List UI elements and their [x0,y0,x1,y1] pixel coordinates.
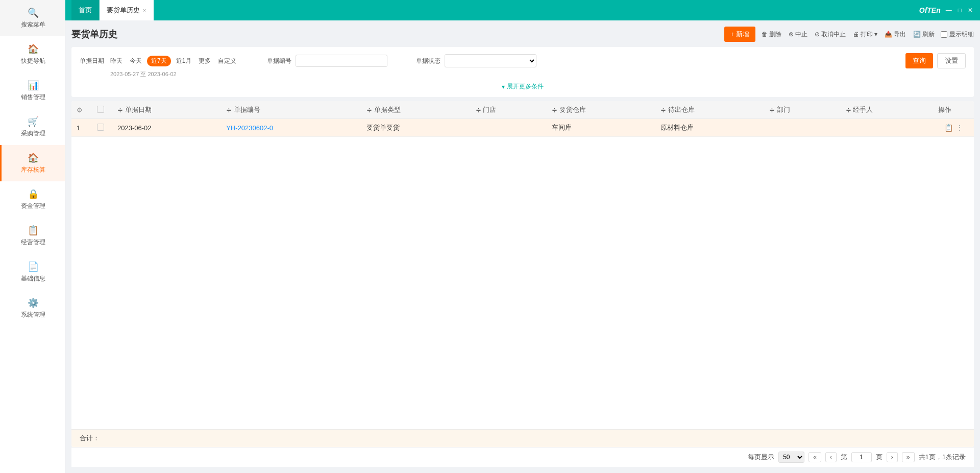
export-icon: 📤 [885,31,892,38]
row-view-icon[interactable]: 📋 [944,124,953,132]
sidebar-item-label: 销售管理 [21,93,45,102]
window-maximize-button[interactable]: □ [957,5,963,16]
select-all-checkbox[interactable] [97,106,104,113]
status-label: 单据状态 [416,57,440,65]
row-index: 1 [71,119,92,137]
new-button[interactable]: + 新增 [724,27,755,42]
prev-page-button[interactable]: ‹ [825,452,837,462]
delete-icon: 🗑 [762,31,768,38]
export-button[interactable]: 📤 导出 [884,28,907,41]
col-dept-label: ≑ 部门 [769,106,790,113]
sales-icon: 📊 [28,80,39,91]
sidebar-item-search-menu[interactable]: 🔍 搜索菜单 [0,0,65,36]
show-detail-toggle[interactable]: 显示明细 [941,30,974,39]
page-header: 要货单历史 + 新增 🗑 删除 ⊗ 中止 ⊘ 取消中止 🖨 打印 [71,27,974,42]
toolbar: + 新增 🗑 删除 ⊗ 中止 ⊘ 取消中止 🖨 打印 ▾ [724,27,974,42]
col-check [92,101,112,119]
col-action: 操作 [933,101,974,119]
purchase-icon: 🛒 [28,116,39,127]
col-handler[interactable]: ≑ 经手人 [841,101,933,119]
query-button[interactable]: 查询 [905,53,933,68]
finance-icon: 🔒 [28,188,39,200]
shortcut-1month[interactable]: 近1月 [174,56,194,66]
refresh-icon: 🔄 [913,31,921,38]
col-bill-type[interactable]: ≑ 单据类型 [361,101,470,119]
summary-row: 合计： [71,429,974,447]
sidebar-item-label: 库存核算 [21,165,45,174]
tab-requisition-label: 要货单历史 [107,6,140,15]
table-body: 1 2023-06-02 YH-20230602-0 要货单要货 车间库 原材料… [71,119,974,137]
row-bill-type: 要货单要货 [361,119,470,137]
total-info: 共1页，1条记录 [919,453,966,462]
sidebar-item-finance-mgmt[interactable]: 🔒 资金管理 [0,181,65,218]
sidebar-item-purchase-mgmt[interactable]: 🛒 采购管理 [0,109,65,145]
bill-no-link[interactable]: YH-20230602-0 [226,124,273,132]
brand-label: OfTEn [919,6,941,14]
stop-button[interactable]: ⊗ 中止 [788,28,808,41]
cancel-stop-button[interactable]: ⊘ 取消中止 [814,28,847,41]
col-date[interactable]: ≑ 单据日期 [112,101,221,119]
table-row: 1 2023-06-02 YH-20230602-0 要货单要货 车间库 原材料… [71,119,974,137]
window-minimize-button[interactable]: — [945,5,953,16]
action-icons: 📋 ⋮ [938,124,969,132]
sidebar-item-inventory[interactable]: 🏠 库存核算 [0,145,65,181]
table-header: ⚙ ≑ 单据日期 ≑ 单据编号 ≑ 单据类型 [71,101,974,119]
row-checkbox[interactable] [97,124,104,131]
last-page-button[interactable]: » [902,452,915,462]
col-pending-warehouse-label: ≑ 待出仓库 [660,106,695,113]
col-dept[interactable]: ≑ 部门 [764,101,840,119]
window-close-button[interactable]: ✕ [967,5,974,16]
show-detail-checkbox[interactable] [941,31,947,38]
tab-home[interactable]: 首页 [71,0,100,20]
status-filter-group: 单据状态 [416,54,536,67]
print-icon: 🖨 [853,31,859,38]
sidebar-item-sys-mgmt[interactable]: ⚙️ 系统管理 [0,290,65,326]
filter-area: 单据日期 昨天 今天 近7天 近1月 更多 自定义 单据编号 单据状态 [71,47,974,97]
sidebar-item-label: 资金管理 [21,202,45,210]
shortcut-today[interactable]: 今天 [128,56,144,66]
page-input[interactable] [851,452,872,462]
stop-icon: ⊗ [789,31,794,38]
print-button[interactable]: 🖨 打印 ▾ [852,28,878,41]
col-bill-no[interactable]: ≑ 单据编号 [221,101,361,119]
page-label: 第 [841,453,847,462]
main-content: 首页 要货单历史 × OfTEn — □ ✕ 要货单历史 + 新增 🗑 删除 [65,0,980,473]
shortcut-more[interactable]: 更多 [197,56,213,66]
row-store [471,119,547,137]
sidebar-item-label: 搜索菜单 [21,20,45,29]
shortcut-custom[interactable]: 自定义 [216,56,238,66]
sidebar-item-label: 快捷导航 [21,57,45,65]
col-pending-warehouse[interactable]: ≑ 待出仓库 [655,101,764,119]
row-date: 2023-06-02 [112,119,221,137]
page-size-select[interactable]: 50 10 20 100 [778,452,804,463]
row-pending-warehouse: 原材料仓库 [655,119,764,137]
tab-home-label: 首页 [79,6,92,15]
sidebar-item-quick-nav[interactable]: 🏠 快捷导航 [0,36,65,73]
tab-requisition-history[interactable]: 要货单历史 × [100,0,154,20]
status-select[interactable] [445,54,536,67]
pagination: 每页显示 50 10 20 100 « ‹ 第 页 › » 共1页，1条记录 [71,447,974,467]
topbar: 首页 要货单历史 × OfTEn — □ ✕ [65,0,980,20]
shortcut-yesterday[interactable]: 昨天 [108,56,125,66]
sidebar-item-sales-mgmt[interactable]: 📊 销售管理 [0,73,65,109]
ops-icon: 📋 [28,225,39,236]
settings-button[interactable]: 设置 [937,53,966,68]
first-page-button[interactable]: « [808,452,821,462]
bill-no-input[interactable] [296,55,387,67]
sidebar: 🔍 搜索菜单 🏠 快捷导航 📊 销售管理 🛒 采购管理 🏠 库存核算 🔒 资金管… [0,0,65,473]
sidebar-item-ops-mgmt[interactable]: 📋 经营管理 [0,218,65,254]
shortcut-7days[interactable]: 近7天 [147,56,171,66]
topbar-right: OfTEn — □ ✕ [919,5,974,16]
col-req-warehouse[interactable]: ≑ 要货仓库 [547,101,655,119]
expand-more-btn[interactable]: ▾ 展开更多条件 [80,82,966,91]
bill-no-filter-group: 单据编号 [267,55,387,67]
next-page-button[interactable]: › [887,452,898,462]
sidebar-item-basic-info[interactable]: 📄 基础信息 [0,254,65,290]
refresh-button[interactable]: 🔄 刷新 [912,28,936,41]
delete-button[interactable]: 🗑 删除 [761,28,782,41]
basic-info-icon: 📄 [28,261,39,272]
row-more-icon[interactable]: ⋮ [956,124,963,132]
tab-close-icon[interactable]: × [143,7,146,13]
table-settings-icon[interactable]: ⚙ [77,106,83,114]
col-store[interactable]: ≑ 门店 [471,101,547,119]
